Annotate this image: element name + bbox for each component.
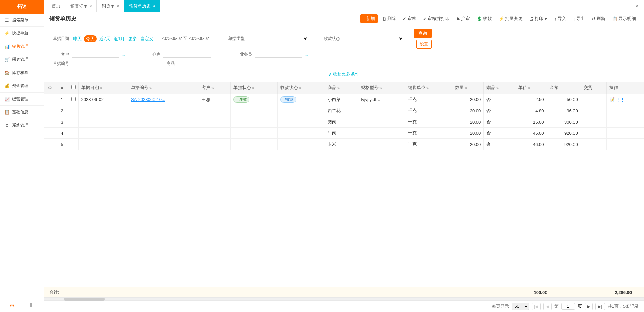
price-column-header[interactable]: 单价⇅ bbox=[515, 82, 547, 94]
payment-status-select[interactable] bbox=[343, 35, 403, 42]
goods-dots-btn[interactable]: ... bbox=[227, 61, 231, 66]
cb-column-header bbox=[68, 82, 78, 94]
warehouse-input[interactable] bbox=[163, 51, 211, 58]
page-input[interactable] bbox=[561, 303, 575, 310]
refresh-button[interactable]: ↺ 刷新 bbox=[589, 14, 608, 23]
show-detail-icon: 📋 bbox=[612, 16, 617, 21]
batch-change-button[interactable]: ⚡ 批量变更 bbox=[496, 14, 525, 23]
shortcut-last-month[interactable]: 近1月 bbox=[113, 35, 126, 42]
doc-no-group: 单据编号 bbox=[51, 60, 139, 67]
collect-button[interactable]: 💲 收款 bbox=[474, 14, 495, 23]
row-gear bbox=[44, 94, 56, 105]
doc-no-column-header[interactable]: 单据编号⇅ bbox=[128, 82, 199, 94]
shortcut-custom[interactable]: 自定义 bbox=[139, 35, 155, 42]
edit-op-button[interactable]: 📝 bbox=[609, 97, 615, 102]
row-qty: 20.00 bbox=[452, 105, 484, 116]
qty-column-header[interactable]: 数量⇅ bbox=[452, 82, 484, 94]
quick-nav-icon: ⚡ bbox=[4, 30, 10, 36]
row-date: 2023-06-02 bbox=[78, 94, 128, 105]
tab-close-sales-order[interactable]: × bbox=[90, 4, 92, 8]
goods-column-header[interactable]: 商品⇅ bbox=[325, 82, 358, 94]
gear-column-header[interactable]: ⚙ bbox=[44, 82, 56, 94]
main-content: 首页 销售订单 × 销货单 × 销货单历史 × × 销货单历史 + 新增 🗑 bbox=[44, 0, 644, 312]
scrollbar-thumb[interactable] bbox=[64, 298, 105, 301]
row-ops bbox=[606, 116, 644, 128]
import-button[interactable]: ↑ 导入 bbox=[552, 14, 569, 23]
row-checkbox[interactable] bbox=[71, 97, 76, 101]
add-button[interactable]: + 新增 bbox=[360, 14, 378, 23]
doc-no-link[interactable]: SA-20230602-0... bbox=[131, 97, 165, 102]
system-icon: ⚙ bbox=[4, 122, 10, 128]
shortcut-last7days[interactable]: 近7天 bbox=[98, 35, 111, 42]
shortcut-yesterday[interactable]: 昨天 bbox=[72, 35, 83, 42]
add-icon: + bbox=[363, 16, 366, 21]
business-dots-btn[interactable]: ... bbox=[305, 52, 308, 57]
select-all-checkbox[interactable] bbox=[71, 85, 76, 89]
audit-button[interactable]: ✔ 审核 bbox=[400, 14, 419, 23]
audit-icon: ✔ bbox=[403, 16, 407, 21]
close-all-tabs-button[interactable]: × bbox=[633, 3, 641, 9]
horizontal-scrollbar[interactable] bbox=[44, 297, 644, 300]
sidebar-item-basic-info[interactable]: 📋 基础信息 bbox=[0, 106, 44, 119]
doc-status-column-header[interactable]: 单据状态⇅ bbox=[230, 82, 278, 94]
warehouse-dots-btn[interactable]: ... bbox=[213, 52, 217, 57]
prev-page-button[interactable]: ◀ bbox=[543, 303, 552, 310]
last-page-button[interactable]: ▶| bbox=[595, 303, 605, 310]
gift-column-header[interactable]: 赠品⇅ bbox=[484, 82, 515, 94]
sidebar-item-system[interactable]: ⚙ 系统管理 bbox=[0, 119, 44, 132]
row-doc-status bbox=[230, 105, 278, 116]
audit-print-icon: ✔ bbox=[423, 16, 427, 21]
collapse-btn[interactable]: ∧ 收起更多条件 bbox=[51, 70, 637, 78]
sidebar-item-sales[interactable]: 📊 销售管理 bbox=[0, 40, 44, 53]
sidebar-item-search-menu[interactable]: ☰ 搜索菜单 bbox=[0, 14, 44, 27]
tab-sales-order[interactable]: 销售订单 × bbox=[65, 0, 97, 12]
pay-status-column-header[interactable]: 收款状态⇅ bbox=[278, 82, 325, 94]
delete-icon: 🗑 bbox=[382, 16, 386, 21]
row-trade bbox=[581, 116, 606, 128]
more-op-button[interactable]: ⋮⋮ bbox=[616, 97, 625, 102]
shortcut-more[interactable]: 更多 bbox=[127, 35, 138, 42]
per-page-label: 每页显示 bbox=[492, 303, 509, 309]
tab-close-sales-history[interactable]: × bbox=[153, 4, 155, 8]
row-spec bbox=[358, 105, 405, 116]
row-doc-no bbox=[128, 105, 199, 116]
business-input[interactable] bbox=[255, 51, 302, 58]
sidebar-item-operations[interactable]: 📈 经营管理 bbox=[0, 93, 44, 106]
sidebar-item-inventory[interactable]: 🏠 库存核算 bbox=[0, 66, 44, 79]
doc-no-input[interactable] bbox=[72, 60, 139, 67]
date-column-header[interactable]: 单据日期⇅ bbox=[78, 82, 128, 94]
tab-home[interactable]: 首页 bbox=[47, 0, 65, 12]
customer-dots-btn[interactable]: ... bbox=[122, 52, 125, 57]
customer-input[interactable] bbox=[72, 51, 119, 58]
sidebar-item-quick-nav[interactable]: ⚡ 快捷导航 bbox=[0, 27, 44, 40]
audit-print-button[interactable]: ✔ 审核并打印 bbox=[420, 14, 452, 23]
doc-type-select[interactable] bbox=[247, 35, 308, 42]
sidebar-bottom-gear[interactable]: ⚙ bbox=[9, 302, 15, 309]
next-page-button[interactable]: ▶ bbox=[585, 303, 593, 310]
sidebar-item-purchase[interactable]: 🛒 采购管理 bbox=[0, 53, 44, 66]
spec-column-header[interactable]: 规格型号⇅ bbox=[358, 82, 405, 94]
print-button[interactable]: 🖨 打印 ▼ bbox=[527, 14, 550, 23]
show-detail-button[interactable]: 📋 显示明细 bbox=[609, 14, 639, 23]
warehouse-group: 仓库 ... bbox=[142, 51, 217, 58]
qty-sort-icon: ⇅ bbox=[465, 86, 467, 90]
customer-column-header[interactable]: 客户⇅ bbox=[199, 82, 230, 94]
sidebar-item-finance[interactable]: 💰 资金管理 bbox=[0, 79, 44, 93]
tab-close-sales-goods[interactable]: × bbox=[117, 4, 119, 8]
row-gear bbox=[44, 139, 56, 150]
query-button[interactable]: 查询 bbox=[414, 29, 432, 38]
shortcut-today[interactable]: 今天 bbox=[84, 35, 97, 42]
tab-sales-history[interactable]: 销货单历史 × bbox=[124, 0, 160, 12]
delete-button[interactable]: 🗑 删除 bbox=[379, 14, 399, 23]
goods-input[interactable] bbox=[177, 60, 225, 67]
summary-total-qty: 100.00 bbox=[527, 290, 554, 295]
sidebar-bottom-pause[interactable]: ⏸ bbox=[28, 302, 34, 309]
export-button[interactable]: ↓ 导出 bbox=[570, 14, 588, 23]
per-page-select[interactable]: 50 100 bbox=[512, 303, 529, 310]
first-page-button[interactable]: |◀ bbox=[532, 303, 541, 310]
tab-sales-goods[interactable]: 销货单 × bbox=[97, 0, 124, 12]
settings-button[interactable]: 设置 bbox=[416, 40, 432, 49]
unit-column-header[interactable]: 销售单位⇅ bbox=[405, 82, 452, 94]
row-price: 46.00 bbox=[515, 128, 547, 139]
abandon-button[interactable]: ✖ 弃审 bbox=[454, 14, 473, 23]
